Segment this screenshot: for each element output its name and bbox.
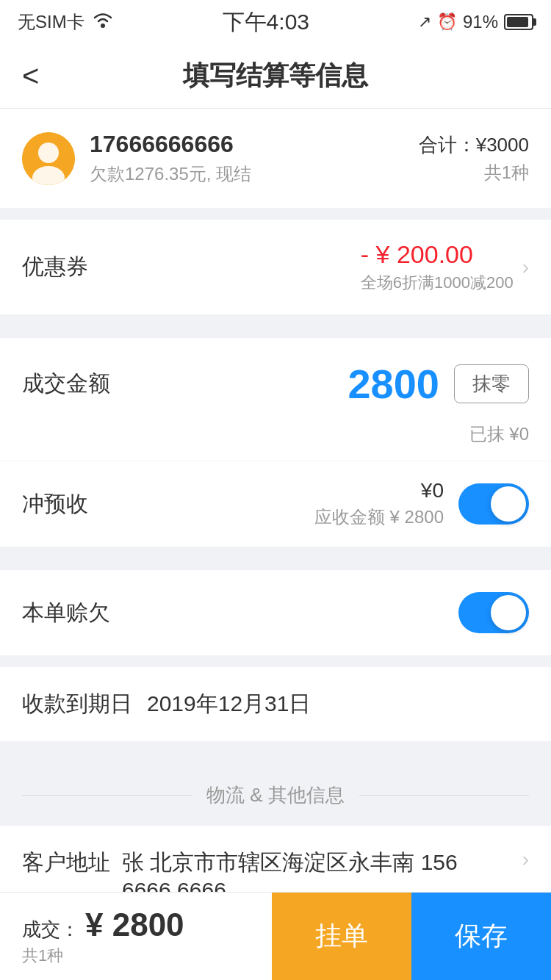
chong-main: ¥0: [314, 479, 444, 502]
coupon-row[interactable]: 优惠券 - ¥ 200.00 全场6折满1000减200 ›: [0, 220, 551, 314]
page-title: 填写结算等信息: [183, 58, 368, 94]
round-button[interactable]: 抹零: [454, 364, 529, 403]
divider-2: [0, 558, 551, 570]
ben-dan-row: 本单赊欠: [0, 570, 551, 655]
alarm-icon: ⏰: [437, 12, 457, 32]
ben-dan-label: 本单赊欠: [22, 598, 110, 628]
chong-yu-shou-right: ¥0 应收金额 ¥ 2800: [314, 479, 529, 529]
chong-sub: 应收金额 ¥ 2800: [314, 505, 444, 529]
status-right: ↗ ⏰ 91%: [418, 12, 533, 32]
customer-debt: 欠款1276.35元, 现结: [90, 162, 251, 186]
due-date-label: 收款到期日: [22, 689, 132, 719]
svg-point-2: [38, 143, 59, 163]
footer-deal-row: 成交： ¥ 2800: [22, 907, 250, 943]
location-icon: ↗: [418, 12, 431, 32]
address-label: 客户地址: [22, 848, 110, 878]
amount-right: 2800 抹零: [347, 360, 529, 408]
ben-dan-knob: [491, 595, 526, 630]
hold-button[interactable]: 挂单: [272, 893, 411, 981]
address-chevron-icon: ›: [522, 848, 529, 871]
carrier-text: 无SIM卡: [18, 10, 84, 34]
total-count: 共1种: [419, 161, 529, 184]
customer-total: 合计：¥3000 共1种: [419, 132, 529, 184]
deal-amount-label: 成交金额: [22, 369, 110, 399]
divider-3: [0, 753, 551, 765]
coupon-right: - ¥ 200.00 全场6折满1000减200 ›: [361, 240, 529, 294]
due-date-value: 2019年12月31日: [147, 689, 311, 719]
due-date-row: 收款到期日 2019年12月31日: [0, 667, 551, 741]
footer-deal-amount: ¥ 2800: [85, 907, 184, 943]
nav-bar: < 填写结算等信息: [0, 44, 551, 109]
section-divider-text: 物流 & 其他信息: [206, 782, 345, 808]
coupon-info: - ¥ 200.00 全场6折满1000减200: [361, 240, 514, 294]
svg-point-0: [101, 24, 105, 28]
wifi-icon: [92, 12, 114, 32]
coupon-label: 优惠券: [22, 252, 88, 282]
section-divider: 物流 & 其他信息: [0, 765, 551, 826]
avatar: [22, 132, 75, 185]
footer-deal-label: 成交：: [22, 917, 79, 943]
total-amount: 合计：¥3000: [419, 132, 529, 158]
coupon-desc: 全场6折满1000减200: [361, 272, 514, 294]
footer: 成交： ¥ 2800 共1种 挂单 保存: [0, 892, 551, 980]
customer-phone: 17666666666: [90, 131, 251, 158]
ben-dan-toggle[interactable]: [458, 592, 529, 633]
customer-card: 17666666666 欠款1276.35元, 现结 合计：¥3000 共1种: [0, 109, 551, 208]
ya-chu-text: 已抹 ¥0: [0, 422, 551, 461]
customer-left: 17666666666 欠款1276.35元, 现结: [22, 131, 251, 186]
divider-1: [0, 326, 551, 338]
customer-info: 17666666666 欠款1276.35元, 现结: [90, 131, 251, 186]
toggle-knob: [491, 486, 526, 522]
chong-yu-shou-label: 冲预收: [22, 489, 88, 519]
deal-amount-value: 2800: [347, 360, 439, 408]
back-button[interactable]: <: [22, 60, 39, 93]
amount-row: 成交金额 2800 抹零: [0, 338, 551, 422]
footer-summary: 成交： ¥ 2800 共1种: [0, 907, 272, 967]
deal-amount-section: 成交金额 2800 抹零 已抹 ¥0 冲预收 ¥0 应收金额 ¥ 2800: [0, 338, 551, 547]
chong-yu-shou-row: 冲预收 ¥0 应收金额 ¥ 2800: [0, 461, 551, 547]
footer-deal-count: 共1种: [22, 945, 250, 967]
chong-toggle[interactable]: [458, 483, 529, 525]
battery-percent: 91%: [463, 12, 498, 32]
status-time: 下午4:03: [223, 7, 309, 37]
battery-icon: [504, 14, 533, 30]
status-left: 无SIM卡: [18, 10, 114, 34]
chong-yu-shou-value: ¥0 应收金额 ¥ 2800: [314, 479, 444, 529]
status-bar: 无SIM卡 下午4:03 ↗ ⏰ 91%: [0, 0, 551, 44]
coupon-amount: - ¥ 200.00: [361, 240, 514, 269]
chevron-right-icon: ›: [522, 256, 529, 279]
save-button[interactable]: 保存: [411, 893, 551, 981]
